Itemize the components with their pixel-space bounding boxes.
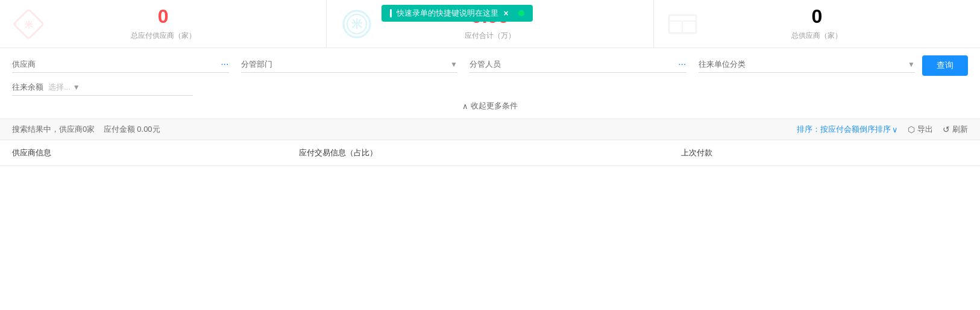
filter-row-2: 往来余额 选择... ▼: [12, 82, 968, 96]
export-icon: ⬡: [908, 125, 915, 134]
col-payable-info: 应付交易信息（占比）: [299, 147, 681, 158]
query-button[interactable]: 查询: [922, 55, 968, 76]
shortcut-tooltip: 快速录单的快捷键说明在这里 ×: [382, 5, 532, 22]
department-filter[interactable]: 分管部门 ▼: [241, 59, 458, 73]
supplier-label: 供应商: [12, 59, 42, 70]
unit-class-label: 往来单位分类: [699, 59, 746, 70]
stat-payable-total: 米 0.00 应付合计（万） 快速录单的快捷键说明在这里 ×: [327, 0, 653, 48]
stat-total-suppliers: 0 总供应商（家）: [654, 0, 980, 48]
total-payable-value: 0: [158, 7, 169, 26]
balance-filter[interactable]: 往来余额 选择... ▼: [12, 82, 193, 96]
person-dots-btn[interactable]: ···: [678, 59, 686, 70]
export-label: 导出: [917, 124, 933, 135]
filter-row-1: 供应商 ··· 分管部门 ▼ 分管人员 ··· 往来单位分类 ▼ 查询: [12, 55, 968, 76]
box-icon: [666, 12, 699, 36]
total-payable-label: 总应付供应商（家）: [131, 31, 196, 41]
supplier-dots-btn[interactable]: ···: [221, 59, 228, 70]
collapse-text: 收起更多条件: [471, 101, 518, 111]
table-header: 供应商信息 应付交易信息（占比） 上次付款: [0, 140, 980, 166]
refresh-icon: ↺: [943, 125, 950, 134]
collapse-arrow-icon: ∧: [462, 102, 468, 111]
table-area: 供应商信息 应付交易信息（占比） 上次付款: [0, 140, 980, 310]
col-supplier-info: 供应商信息: [12, 147, 299, 158]
tooltip-dot: [518, 10, 524, 16]
supplier-input[interactable]: [47, 60, 218, 69]
department-input[interactable]: [277, 60, 448, 69]
table-body: [0, 166, 980, 310]
person-label: 分管人员: [470, 59, 501, 70]
balance-label: 往来余额: [12, 82, 43, 93]
result-bar: 搜索结果中，供应商0家 应付金额 0.00元 排序：按应付会额倒序排序 ∨ ⬡ …: [0, 119, 980, 140]
person-filter[interactable]: 分管人员 ···: [470, 59, 686, 73]
diamond-icon: 米: [12, 7, 45, 40]
stats-bar: 米 0 总应付供应商（家） 米 0.00 应付合计（万） 快速录单的快捷键说明在…: [0, 0, 980, 48]
collapse-btn[interactable]: ∧ 收起更多条件: [462, 101, 518, 111]
sort-select[interactable]: 排序：按应付会额倒序排序 ∨: [797, 124, 898, 135]
unit-class-arrow[interactable]: ▼: [908, 60, 915, 69]
unit-class-input[interactable]: [750, 60, 906, 69]
export-btn[interactable]: ⬡ 导出: [908, 124, 933, 135]
tooltip-close-btn[interactable]: ×: [503, 8, 508, 18]
department-label: 分管部门: [241, 59, 272, 70]
balance-placeholder: 选择...: [48, 82, 71, 93]
svg-text:米: 米: [351, 18, 363, 30]
stat-total-payable-suppliers: 米 0 总应付供应商（家）: [0, 0, 327, 48]
result-info: 搜索结果中，供应商0家 应付金额 0.00元: [12, 124, 160, 135]
payable-total-label: 应付合计（万）: [465, 31, 515, 41]
person-input[interactable]: [506, 60, 676, 69]
filter-area: 供应商 ··· 分管部门 ▼ 分管人员 ··· 往来单位分类 ▼ 查询 往来余额: [0, 48, 980, 119]
sort-arrow-icon: ∨: [892, 125, 898, 134]
tooltip-bar: [390, 9, 392, 17]
tooltip-text: 快速录单的快捷键说明在这里: [397, 8, 498, 19]
sort-label: 排序：按应付会额倒序排序: [797, 124, 891, 135]
svg-text:米: 米: [24, 19, 34, 29]
refresh-btn[interactable]: ↺ 刷新: [943, 124, 968, 135]
balance-arrow[interactable]: ▼: [73, 83, 80, 91]
total-suppliers-label: 总供应商（家）: [791, 31, 842, 41]
result-summary: 搜索结果中，供应商0家: [12, 125, 95, 134]
department-arrow[interactable]: ▼: [450, 60, 457, 69]
result-amount-summary: 应付金额 0.00元: [104, 125, 160, 134]
total-suppliers-value: 0: [811, 7, 822, 26]
supplier-filter[interactable]: 供应商 ···: [12, 59, 229, 73]
refresh-label: 刷新: [952, 124, 968, 135]
coin-icon: 米: [339, 6, 375, 42]
result-actions: 排序：按应付会额倒序排序 ∨ ⬡ 导出 ↺ 刷新: [797, 124, 968, 135]
unit-class-filter[interactable]: 往来单位分类 ▼: [699, 59, 916, 73]
col-last-payment: 上次付款: [681, 147, 968, 158]
